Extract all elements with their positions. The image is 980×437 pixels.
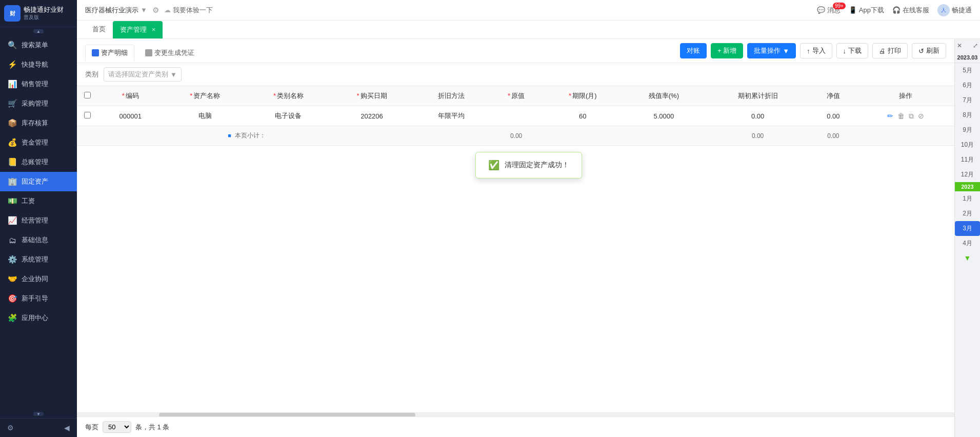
sidebar-item-sales[interactable]: 📊 销售管理 [0, 74, 77, 94]
tab-close-icon[interactable]: × [152, 26, 156, 33]
batch-ops-dropdown-icon: ▼ [783, 47, 789, 55]
sidebar-menu: 🔍 搜索菜单 ⚡ 快捷导航 📊 销售管理 🛒 采购管理 📦 库存核算 💰 资金管… [0, 35, 77, 410]
calendar-month-11[interactable]: 11月 [955, 152, 980, 167]
row-checkbox[interactable] [84, 112, 91, 118]
calendar-month-12[interactable]: 12月 [955, 167, 980, 182]
calendar-month-4[interactable]: 4月 [955, 236, 980, 251]
change-voucher-icon [145, 49, 152, 56]
right-panel: ✕ ⤢ 2023.03 5月 6月 7月 8月 9月 10月 11月 12月 2… [954, 39, 980, 437]
logo-text-group: 畅捷通好业财 普及版 [24, 6, 64, 21]
sidebar-item-label: 基础信息 [22, 235, 48, 245]
online-service-btn[interactable]: 🎧 在线客服 [892, 6, 929, 15]
sidebar-item-finance[interactable]: 💰 资金管理 [0, 133, 77, 152]
import-button[interactable]: ↑ 导入 [800, 43, 832, 58]
sidebar-item-label: 采购管理 [22, 99, 48, 108]
calendar-month-3-current[interactable]: 3月 [955, 221, 980, 236]
panel-close-icon[interactable]: ✕ [957, 42, 962, 49]
sidebar-scroll-up[interactable]: ▲ [0, 27, 77, 35]
collapse-icon[interactable]: ◀ [64, 424, 70, 432]
col-category: *类别名称 [247, 86, 330, 106]
copy-icon[interactable]: ⧉ [909, 112, 914, 121]
operations-icon: 📈 [7, 216, 17, 225]
calendar-month-9[interactable]: 9月 [955, 123, 980, 137]
app-download-label: App下载 [859, 6, 884, 15]
row-category: 电子设备 [247, 106, 330, 126]
sidebar-item-purchase[interactable]: 🛒 采购管理 [0, 94, 77, 113]
sidebar-item-app-center[interactable]: 🧩 应用中心 [0, 308, 77, 328]
panel-expand-icon[interactable]: ⤢ [973, 42, 978, 49]
refresh-button[interactable]: ↺ 刷新 [912, 43, 946, 58]
fixed-assets-icon: 🏢 [7, 177, 17, 186]
sidebar-item-label: 快捷导航 [22, 60, 48, 69]
table-scrollbar[interactable] [77, 412, 954, 416]
new-button[interactable]: + 新增 [711, 43, 743, 58]
calendar-month-1[interactable]: 1月 [955, 191, 980, 206]
assets-table: *编码 *资产名称 *类别名称 *购买日期 折旧方法 *原值 *期限(月) 残值… [77, 86, 954, 146]
tab-home[interactable]: 首页 [85, 21, 113, 39]
calendar-scroll-down[interactable]: ▼ [964, 251, 971, 265]
sidebar-item-ledger[interactable]: 📒 总账管理 [0, 152, 77, 172]
basic-info-icon: 🗂 [7, 236, 17, 245]
inner-tabs-row: 资产明细 变更生成凭证 对账 + 新增 [77, 39, 954, 63]
sidebar-header: 财 畅捷通好业财 普及版 [0, 0, 77, 27]
download-icon: ↓ [843, 47, 847, 55]
company-dropdown-icon: ▼ [141, 6, 147, 14]
category-select[interactable]: 请选择固定资产类别 ▼ [104, 67, 182, 82]
batch-ops-button[interactable]: 批量操作 ▼ [747, 43, 796, 58]
edit-icon[interactable]: ✏ [887, 112, 893, 120]
calendar-month-10[interactable]: 10月 [955, 137, 980, 152]
row-initial-accumulated: 0.00 [706, 106, 810, 126]
col-depreciation: 折旧方法 [413, 86, 489, 106]
experience-btn[interactable]: ☁ 我要体验一下 [164, 6, 213, 15]
content-main: 资产明细 变更生成凭证 对账 + 新增 [77, 39, 954, 437]
calendar-month-8[interactable]: 8月 [955, 108, 980, 123]
col-operations: 操作 [856, 86, 954, 106]
topbar-gear-icon[interactable]: ⚙ [152, 6, 159, 15]
calendar-month-2[interactable]: 2月 [955, 206, 980, 221]
subtotal-net: 0.00 [810, 126, 856, 146]
sidebar-item-system[interactable]: ⚙️ 系统管理 [0, 250, 77, 269]
table-row: 000001 电脑 电子设备 202206 年限平均 60 5.0000 0.0… [77, 106, 954, 126]
sidebar-item-quicknav[interactable]: ⚡ 快捷导航 [0, 55, 77, 74]
user-menu[interactable]: 人 畅捷通 [937, 4, 972, 16]
sidebar-item-label: 搜索菜单 [22, 41, 48, 50]
print-icon: 🖨 [879, 47, 886, 55]
messages-btn[interactable]: 💬 消息 99+ [817, 6, 841, 15]
inner-tab-change-voucher[interactable]: 变更生成凭证 [138, 45, 201, 61]
sidebar-item-fixed-assets[interactable]: 🏢 固定资产 [0, 172, 77, 191]
settings-icon[interactable]: ⚙ [7, 424, 14, 432]
calendar-year-2023: 2023 [955, 182, 980, 191]
sidebar-item-label: 工资 [22, 196, 35, 206]
per-page-select[interactable]: 50 100 200 [103, 421, 131, 433]
sidebar-item-label: 固定资产 [22, 177, 48, 186]
select-all-header[interactable] [77, 86, 97, 106]
select-all-checkbox[interactable] [84, 92, 91, 98]
calendar-month-6[interactable]: 6月 [955, 78, 980, 93]
sidebar-scroll-down[interactable]: ▼ [0, 410, 77, 418]
table-container: *编码 *资产名称 *类别名称 *购买日期 折旧方法 *原值 *期限(月) 残值… [77, 86, 954, 412]
delete-icon[interactable]: 🗑 [897, 112, 905, 120]
download-button[interactable]: ↓ 下载 [836, 43, 869, 58]
subtotal-label: ■ 本页小计： [164, 126, 330, 146]
sidebar-item-basic-info[interactable]: 🗂 基础信息 [0, 230, 77, 250]
sidebar-item-operations[interactable]: 📈 经营管理 [0, 211, 77, 230]
online-service-label: 在线客服 [903, 6, 929, 15]
sidebar-item-salary[interactable]: 💵 工资 [0, 191, 77, 211]
sidebar-item-search[interactable]: 🔍 搜索菜单 [0, 35, 77, 55]
search-icon: 🔍 [7, 41, 17, 50]
calendar-month-5[interactable]: 5月 [955, 63, 980, 78]
app-download-btn[interactable]: 📱 App下载 [849, 6, 884, 15]
sidebar-item-inventory[interactable]: 📦 库存核算 [0, 113, 77, 133]
inner-tab-asset-detail[interactable]: 资产明细 [85, 45, 134, 61]
tab-asset-management[interactable]: 资产管理 × [113, 21, 163, 38]
more-icon[interactable]: ⊘ [918, 112, 924, 120]
sidebar-item-collab[interactable]: 🤝 企业协同 [0, 269, 77, 289]
reconcile-button[interactable]: 对账 [680, 43, 707, 58]
calendar-months: 5月 6月 7月 8月 9月 10月 11月 12月 2023 1月 2月 3月… [955, 63, 980, 437]
finance-icon: 💰 [7, 138, 17, 147]
company-selector[interactable]: 医疗器械行业演示 ▼ [85, 6, 147, 15]
row-checkbox-cell[interactable] [77, 106, 97, 126]
sidebar-item-guide[interactable]: 🎯 新手引导 [0, 289, 77, 308]
calendar-month-7[interactable]: 7月 [955, 93, 980, 108]
print-button[interactable]: 🖨 打印 [872, 43, 908, 58]
